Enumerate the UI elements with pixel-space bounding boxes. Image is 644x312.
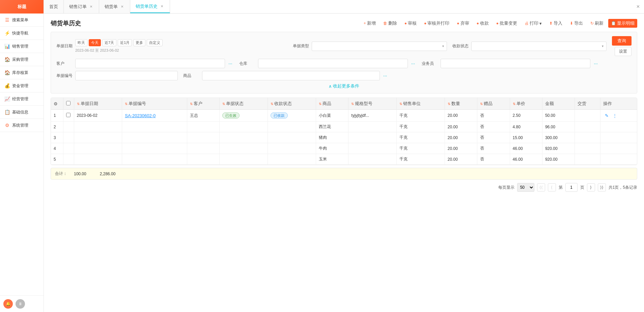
row-doc-no[interactable]: SA-20230602-0 bbox=[122, 110, 187, 122]
th-checkbox[interactable] bbox=[63, 98, 74, 110]
abandon-label: 弃审 bbox=[460, 20, 469, 26]
th-doc-date[interactable]: ⇅ 单据日期 bbox=[74, 98, 122, 110]
tab-sales-delivery-close[interactable]: ✕ bbox=[120, 4, 124, 9]
th-quantity[interactable]: ⇅ 数量 bbox=[445, 98, 477, 110]
row-doc-no[interactable] bbox=[122, 122, 187, 132]
th-doc-status[interactable]: ⇅ 单据状态 bbox=[220, 98, 268, 110]
date-last1month-btn[interactable]: 近1月 bbox=[118, 39, 132, 46]
more-icon[interactable]: ⋮ bbox=[611, 112, 618, 119]
row-checkbox-cell[interactable] bbox=[63, 110, 74, 122]
customer-input[interactable] bbox=[75, 59, 225, 68]
sidebar-item-purchase-mgmt[interactable]: 🏠 采购管理 bbox=[0, 53, 44, 66]
sidebar-item-search-menu[interactable]: ☰ 搜索菜单 bbox=[0, 14, 44, 27]
warehouse-ellipsis[interactable]: ··· bbox=[410, 61, 417, 66]
row-number: 2 bbox=[51, 122, 63, 132]
collapse-button[interactable]: ∧ 收起更多条件 bbox=[329, 83, 359, 89]
collect-button[interactable]: ● 收款 bbox=[474, 19, 492, 28]
doc-no-input[interactable] bbox=[75, 71, 178, 80]
row-actions[interactable] bbox=[600, 154, 637, 165]
th-gift[interactable]: ⇅ 赠品 bbox=[477, 98, 510, 110]
row-unit-price: 46.00 bbox=[510, 143, 542, 154]
purchase-mgmt-icon: 🏠 bbox=[4, 56, 10, 62]
row-doc-no[interactable] bbox=[122, 132, 187, 143]
payment-status-select[interactable]: ▾ bbox=[471, 42, 607, 51]
th-product[interactable]: ⇅ 商品 bbox=[316, 98, 348, 110]
sidebar-item-sys-mgmt[interactable]: ⚙ 系统管理 bbox=[0, 119, 44, 132]
abandon-button[interactable]: ● 弃审 bbox=[454, 19, 472, 28]
delete-button[interactable]: 🗑 删除 bbox=[381, 19, 400, 28]
row-checkbox-cell[interactable] bbox=[63, 143, 74, 154]
row-doc-no[interactable] bbox=[122, 143, 187, 154]
query-button[interactable]: 查询 bbox=[612, 36, 632, 46]
warehouse-input[interactable] bbox=[258, 59, 408, 68]
sidebar-item-inventory[interactable]: 🏠 库存核算 bbox=[0, 66, 44, 79]
row-checkbox[interactable] bbox=[66, 113, 71, 117]
th-payment-status-label: 收款状态 bbox=[274, 101, 292, 107]
row-checkbox-cell[interactable] bbox=[63, 154, 74, 165]
sidebar-item-quick-nav[interactable]: ⚡ 快捷导航 bbox=[0, 27, 44, 40]
audit-print-button[interactable]: ● 审核并打印 bbox=[421, 19, 452, 28]
import-button[interactable]: ⬆ 导入 bbox=[547, 19, 565, 28]
show-detail-button[interactable]: 📋 显示明细 bbox=[608, 19, 637, 28]
row-checkbox-cell[interactable] bbox=[63, 122, 74, 132]
sidebar-item-finance[interactable]: 💰 资金管理 bbox=[0, 79, 44, 93]
th-unit-price[interactable]: ⇅ 单价 bbox=[510, 98, 542, 110]
date-last7days-btn[interactable]: 近7天 bbox=[102, 39, 116, 46]
edit-icon[interactable]: ✎ bbox=[603, 112, 610, 119]
audit-print-icon: ● bbox=[424, 21, 426, 26]
row-actions[interactable]: ✎ ⋮ bbox=[600, 110, 637, 122]
row-checkbox-cell[interactable] bbox=[63, 132, 74, 143]
first-page-button[interactable]: ⟨⟨ bbox=[537, 183, 545, 191]
doc-no-link[interactable]: SA-20230602-0 bbox=[125, 113, 156, 118]
date-more-btn[interactable]: 更多 bbox=[133, 39, 145, 46]
tab-sales-delivery[interactable]: 销货单 ✕ bbox=[99, 0, 130, 13]
th-doc-no[interactable]: ⇅ 单据编号 bbox=[122, 98, 187, 110]
row-actions[interactable] bbox=[600, 122, 637, 132]
batch-change-button[interactable]: ● 批量变更 bbox=[494, 19, 520, 28]
settings-button[interactable]: 设置 bbox=[615, 47, 632, 56]
th-customer[interactable]: ⇅ 客户 bbox=[187, 98, 220, 110]
next-page-button[interactable]: ⟩ bbox=[587, 183, 595, 191]
date-custom-btn[interactable]: 自定义 bbox=[147, 39, 163, 46]
sidebar-footer-btn-2[interactable]: ⏸ bbox=[16, 299, 25, 309]
collapse-label: 收起更多条件 bbox=[333, 83, 359, 89]
tab-sales-history-close[interactable]: ✕ bbox=[160, 4, 164, 9]
tab-home[interactable]: 首页 bbox=[44, 0, 64, 13]
audit-button[interactable]: ● 审核 bbox=[402, 19, 419, 28]
per-page-select[interactable]: 50 10 20 100 bbox=[517, 183, 534, 192]
row-actions[interactable] bbox=[600, 143, 637, 154]
select-all-checkbox[interactable] bbox=[66, 101, 71, 105]
last-page-button[interactable]: ⟩⟩ bbox=[598, 183, 606, 191]
sidebar-item-sales-mgmt[interactable]: 📊 销售管理 bbox=[0, 40, 44, 53]
row-doc-no[interactable] bbox=[122, 154, 187, 165]
doc-type-select[interactable]: ▾ bbox=[312, 42, 447, 51]
product-ellipsis[interactable]: ··· bbox=[382, 73, 389, 78]
date-yesterday-btn[interactable]: 昨天 bbox=[75, 39, 87, 46]
tab-sales-order[interactable]: 销售订单 ✕ bbox=[64, 0, 99, 13]
product-input[interactable] bbox=[202, 71, 380, 80]
sidebar-footer-btn-1[interactable]: 🔔 bbox=[3, 299, 13, 309]
th-spec-type[interactable]: ⇅ 规格型号 bbox=[348, 98, 397, 110]
customer-ellipsis[interactable]: ··· bbox=[227, 61, 234, 66]
th-sales-unit[interactable]: ⇅ 销售单位 bbox=[397, 98, 445, 110]
prev-page-button[interactable]: ⟨ bbox=[548, 183, 556, 191]
doc-type-arrow: ▾ bbox=[442, 44, 444, 48]
new-button[interactable]: + 新增 bbox=[361, 19, 379, 28]
row-actions[interactable] bbox=[600, 132, 637, 143]
row-spec-type: tyjyjtyjdf... bbox=[348, 110, 397, 122]
date-today-btn[interactable]: 今天 bbox=[89, 39, 101, 46]
inventory-icon: 🏠 bbox=[4, 70, 10, 76]
tab-sales-order-close[interactable]: ✕ bbox=[89, 4, 93, 9]
print-button[interactable]: 🖨 打印 ▾ bbox=[522, 19, 544, 28]
export-button[interactable]: ⬇ 导出 bbox=[567, 19, 586, 28]
tab-sales-history[interactable]: 销货单历史 ✕ bbox=[130, 0, 170, 13]
sidebar-item-basic-info[interactable]: 📋 基础信息 bbox=[0, 106, 44, 119]
salesperson-ellipsis[interactable]: ··· bbox=[592, 61, 599, 66]
refresh-button[interactable]: ↻ 刷新 bbox=[588, 19, 606, 28]
sidebar-item-operations[interactable]: 📈 经营管理 bbox=[0, 93, 44, 106]
page-input[interactable] bbox=[565, 183, 578, 192]
salesperson-input[interactable] bbox=[441, 59, 590, 68]
tab-bar-close-all[interactable]: ✕ bbox=[632, 0, 644, 13]
th-settings[interactable]: ⚙ bbox=[51, 98, 63, 110]
th-payment-status[interactable]: ⇅ 收款状态 bbox=[268, 98, 316, 110]
